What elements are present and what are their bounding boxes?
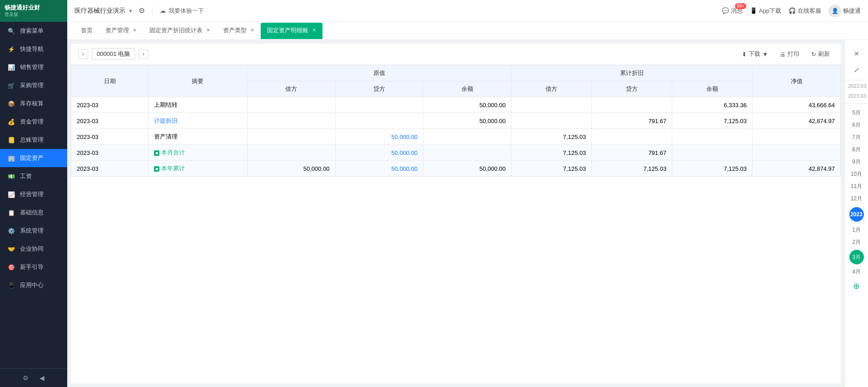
user-name: 畅捷通 xyxy=(843,7,861,15)
sidebar-item-inventory[interactable]: 📦 库存核算 xyxy=(0,94,67,113)
rp-month-7月[interactable]: 7月 xyxy=(847,132,866,143)
sidebar-icon-search: 🔍 xyxy=(7,27,15,35)
tab-asset-detail[interactable]: 固定资产明细账✕ xyxy=(261,23,322,39)
download-icon: ⬇ xyxy=(742,51,747,58)
rp-month-3月[interactable]: 3月 xyxy=(849,250,864,264)
rp-month-5月[interactable]: 5月 xyxy=(847,107,866,119)
refresh-btn[interactable]: ↻ 刷新 xyxy=(808,48,833,60)
rp-month-1月[interactable]: 1月 xyxy=(847,224,866,236)
sidebar-item-sales[interactable]: 📊 销售管理 xyxy=(0,58,67,76)
settings-icon[interactable]: ⚙ xyxy=(21,372,30,383)
app-download-btn[interactable]: 📱 App下载 xyxy=(750,7,781,15)
sidebar-item-payroll[interactable]: 💵 工资 xyxy=(0,167,67,185)
sidebar-nav: 🔍 搜索菜单 ⚡ 快捷导航 📊 销售管理 🛒 采购管理 📦 库存核算 💰 资金管… xyxy=(0,22,67,368)
company-selector[interactable]: 医疗器械行业演示 ▼ xyxy=(74,7,133,15)
sidebar-item-guide[interactable]: 🎯 新手引导 xyxy=(0,258,67,276)
table-wrapper: 日期 摘要 原值 累计折旧 净值 借方 贷方 余额 借方 贷方 余额 xyxy=(71,65,841,383)
rp-month-12月[interactable]: 12月 xyxy=(847,193,866,204)
sidebar-item-app-center[interactable]: 📱 应用中心 xyxy=(0,276,67,294)
rp-month-2月[interactable]: 2月 xyxy=(847,237,866,248)
cell-summary: ■本月合计 xyxy=(149,145,248,161)
cell-accum-balance: 6,333.36 xyxy=(672,97,753,113)
cell-accum-credit: 791.67 xyxy=(592,145,672,161)
header-accumulated-dep: 累计折旧 xyxy=(511,65,753,81)
sidebar-label-operations: 经营管理 xyxy=(20,190,44,198)
sidebar-label-payroll: 工资 xyxy=(20,172,32,180)
topbar-settings-icon[interactable]: ⚙ xyxy=(139,6,145,15)
sidebar-icon-fixed-assets: 🏢 xyxy=(7,154,15,162)
topbar: 医疗器械行业演示 ▼ ⚙ ☁ 我要体验一下 💬 消息 99+ 📱 App下载 🎧… xyxy=(67,0,868,22)
tab-close-asset-mgmt[interactable]: ✕ xyxy=(133,27,137,33)
prev-asset-btn[interactable]: ‹ xyxy=(78,49,88,59)
header-orig-balance: 余额 xyxy=(423,81,511,97)
rp-month-10月[interactable]: 10月 xyxy=(847,169,866,180)
cell-orig-balance: 50,000.00 xyxy=(423,161,511,177)
sidebar-label-base-info: 基础信息 xyxy=(20,208,44,217)
print-label: 打印 xyxy=(788,50,799,58)
tab-close-asset-type[interactable]: ✕ xyxy=(250,27,254,33)
sidebar-item-collab[interactable]: 🤝 企业协同 xyxy=(0,240,67,258)
experience-btn[interactable]: ☁ 我要体验一下 xyxy=(160,7,204,15)
content-area: ‹ 000001 电脑 › ⬇ 下载 ▼ 🖨 打印 ↻ xyxy=(67,40,868,387)
right-panel: ✕ ⤢ 2023.03 2023.03 5月6月7月8月9月10月11月12月2… xyxy=(844,40,868,387)
user-btn[interactable]: 👤 畅捷通 xyxy=(828,5,861,17)
sidebar-item-ledger[interactable]: 📒 总账管理 xyxy=(0,131,67,149)
topbar-right: 💬 消息 99+ 📱 App下载 🎧 在线客服 👤 畅捷通 xyxy=(722,5,861,17)
collapse-icon[interactable]: ◀ xyxy=(38,372,46,383)
print-btn[interactable]: 🖨 打印 xyxy=(776,48,803,60)
header-accum-balance: 余额 xyxy=(672,81,753,97)
right-panel-expand-btn[interactable]: ⤢ xyxy=(849,63,864,77)
tab-close-asset-detail[interactable]: ✕ xyxy=(312,27,316,33)
message-btn[interactable]: 💬 消息 99+ xyxy=(722,7,743,15)
tab-asset-mgmt[interactable]: 资产管理✕ xyxy=(99,23,143,39)
cell-summary: 计提折旧 xyxy=(149,113,248,129)
rp-month-9月[interactable]: 9月 xyxy=(847,156,866,168)
rp-month-11月[interactable]: 11月 xyxy=(847,181,866,192)
rp-month-4月[interactable]: 4月 xyxy=(847,266,866,278)
sidebar-item-fixed-assets[interactable]: 🏢 固定资产 xyxy=(0,149,67,167)
sidebar-item-base-info[interactable]: 📋 基础信息 xyxy=(0,203,67,222)
cell-orig-credit: 50,000.00 xyxy=(335,145,423,161)
sidebar-label-collab: 企业协同 xyxy=(20,245,44,253)
sidebar-label-ledger: 总账管理 xyxy=(20,136,44,144)
sidebar-icon-inventory: 📦 xyxy=(7,99,15,108)
experience-icon: ☁ xyxy=(160,7,166,14)
online-service-btn[interactable]: 🎧 在线客服 xyxy=(789,7,821,15)
cell-accum-credit xyxy=(592,97,672,113)
sidebar-label-finance: 资金管理 xyxy=(20,118,44,126)
sidebar-item-operations[interactable]: 📈 经营管理 xyxy=(0,185,67,203)
rp-down-arrow[interactable]: ⊕ xyxy=(845,281,868,291)
sidebar-icon-payroll: 💵 xyxy=(7,172,15,180)
rp-month-8月[interactable]: 8月 xyxy=(847,144,866,155)
right-panel-close-btn[interactable]: ✕ xyxy=(849,46,864,61)
sidebar-bottom: ⚙ ◀ xyxy=(0,368,67,387)
sidebar-item-purchase[interactable]: 🛒 采购管理 xyxy=(0,76,67,94)
print-icon: 🖨 xyxy=(780,51,786,58)
tab-asset-type[interactable]: 资产类型✕ xyxy=(217,23,261,39)
sidebar-item-finance[interactable]: 💰 资金管理 xyxy=(0,113,67,131)
sidebar-item-search[interactable]: 🔍 搜索菜单 xyxy=(0,22,67,40)
header-accum-debit: 借方 xyxy=(511,81,592,97)
cell-net-value xyxy=(753,129,841,145)
cell-summary: ■本年累计 xyxy=(149,161,248,177)
download-label: 下载 xyxy=(749,50,760,58)
tab-close-depreciation-stats[interactable]: ✕ xyxy=(206,27,210,33)
download-icon: 📱 xyxy=(750,7,757,14)
user-avatar: 👤 xyxy=(828,5,841,17)
rp-year-badge[interactable]: 2023 xyxy=(849,207,864,222)
sidebar-item-sys-mgmt[interactable]: ⚙️ 系统管理 xyxy=(0,222,67,240)
download-btn[interactable]: ⬇ 下载 ▼ xyxy=(738,48,772,60)
sidebar-item-quicknav[interactable]: ⚡ 快捷导航 xyxy=(0,40,67,58)
tab-label-asset-detail: 固定资产明细账 xyxy=(267,26,308,35)
tab-home[interactable]: 首页 xyxy=(74,23,99,39)
next-asset-btn[interactable]: › xyxy=(139,49,149,59)
cell-accum-balance xyxy=(672,145,753,161)
rp-month-6月[interactable]: 6月 xyxy=(847,119,866,131)
tab-depreciation-stats[interactable]: 固定资产折旧统计表✕ xyxy=(143,23,217,39)
tab-label-asset-mgmt: 资产管理 xyxy=(105,26,129,35)
cell-orig-balance: 50,000.00 xyxy=(423,113,511,129)
download-arrow: ▼ xyxy=(762,51,768,58)
experience-label: 我要体验一下 xyxy=(169,7,204,15)
table-row: 2023-03 ■本月合计 50,000.00 7,125.03 791.67 xyxy=(71,145,841,161)
sidebar-icon-ledger: 📒 xyxy=(7,136,15,144)
